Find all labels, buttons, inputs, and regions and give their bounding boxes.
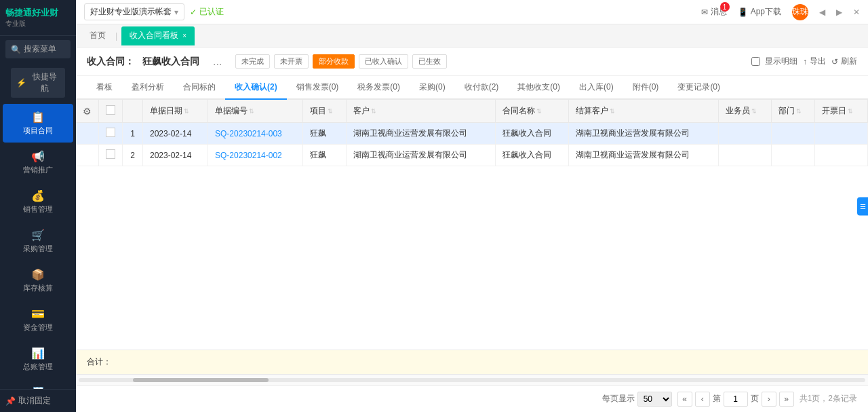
app-logo-text: 畅捷通好业财 — [5, 7, 58, 19]
company-selector[interactable]: 好业财专业版演示帐套 ▾ — [84, 3, 184, 20]
topbar-nav-next[interactable]: ▶ — [836, 7, 842, 17]
row-salesman — [718, 145, 771, 166]
select-all-column[interactable] — [99, 100, 123, 123]
row-checkbox[interactable] — [99, 123, 123, 145]
refresh-button[interactable]: ↺ 刷新 — [831, 56, 857, 67]
page-input[interactable] — [724, 392, 748, 407]
search-menu-button[interactable]: 🔍 搜索菜单 — [5, 40, 71, 58]
next-page-button[interactable]: › — [762, 392, 776, 407]
sidebar-item-label: 销售管理 — [23, 204, 53, 214]
row-customer: 湖南卫视商业运营发展有限公司 — [346, 123, 495, 145]
order-no-column-header[interactable]: 单据编号⇅ — [208, 100, 303, 123]
status-incomplete[interactable]: 未完成 — [235, 54, 270, 69]
sidebar-search-area: 🔍 搜索菜单 — [0, 36, 76, 62]
quick-nav-button[interactable]: ⚡ 快捷导航 — [11, 68, 65, 98]
active-tab-label: 收入合同看板 — [130, 30, 178, 41]
tab-warehouse[interactable]: 出入库(0) — [570, 76, 623, 100]
sidebar-item-sales[interactable]: 💰 销售管理 — [3, 183, 73, 221]
order-no-link[interactable]: SQ-20230214-003 — [215, 129, 282, 138]
customer-column-header[interactable]: 客户⇅ — [346, 100, 495, 123]
row-settings — [76, 123, 99, 145]
row-select-checkbox[interactable] — [106, 128, 115, 137]
tab-close-button[interactable]: × — [182, 32, 186, 39]
export-button[interactable]: ↑ 导出 — [803, 56, 826, 67]
home-tab[interactable]: 首页 — [84, 30, 111, 41]
row-order-no[interactable]: SQ-20230214-003 — [208, 123, 303, 145]
user-avatar[interactable]: 珠珠 — [792, 4, 808, 20]
last-page-button[interactable]: » — [779, 392, 794, 407]
topbar-close[interactable]: ✕ — [853, 7, 860, 17]
show-detail-label: 显示明细 — [765, 56, 797, 67]
marketing-icon: 📢 — [31, 150, 45, 163]
tab-purchase[interactable]: 采购(0) — [410, 76, 455, 100]
tab-revenue-confirm[interactable]: 收入确认(2) — [225, 76, 287, 100]
contract-more-button[interactable]: ... — [213, 56, 222, 68]
sidebar-unpin-button[interactable]: 📌 取消固定 — [0, 389, 76, 412]
prev-page-button[interactable]: ‹ — [695, 392, 710, 407]
total-info: 共1页，2条记录 — [800, 393, 857, 405]
sidebar-item-label: 总账管理 — [23, 362, 53, 372]
row-settlement-customer: 湖南卫视商业运营发展有限公司 — [569, 123, 718, 145]
status-effective[interactable]: 已生效 — [412, 54, 447, 69]
content-area: 收入合同： 狂飙收入合同 ... 未完成 未开票 部分收款 已收入确认 已生效 … — [76, 48, 868, 412]
message-button[interactable]: ✉ 1 消息 — [701, 6, 727, 18]
sidebar-item-funds[interactable]: 💳 资金管理 — [3, 301, 73, 339]
sidebar-item-ledger[interactable]: 📊 总账管理 — [3, 340, 73, 379]
chevron-right-icon: ☰ — [860, 202, 866, 210]
sidebar-item-purchase[interactable]: 🛒 采购管理 — [3, 222, 73, 261]
page-size-select[interactable]: 50 100 200 — [637, 392, 672, 407]
app-download-label: App下载 — [751, 6, 781, 18]
sort-project-icon: ⇅ — [328, 108, 333, 115]
tab-sales-invoice[interactable]: 销售发票(0) — [287, 76, 349, 100]
tab-payment[interactable]: 收付款(2) — [455, 76, 509, 100]
tab-other-income[interactable]: 其他收支(0) — [508, 76, 570, 100]
sidebar-item-marketing[interactable]: 📢 营销推广 — [3, 143, 73, 182]
app-download-button[interactable]: 📱 App下载 — [738, 6, 781, 18]
search-menu-label: 搜索菜单 — [24, 43, 56, 55]
phone-icon: 📱 — [738, 7, 748, 17]
sidebar-item-label: 营销推广 — [23, 165, 53, 175]
row-order-no[interactable]: SQ-20230214-002 — [208, 145, 303, 166]
contract-column-header[interactable]: 合同名称⇅ — [495, 100, 568, 123]
row-select-checkbox[interactable] — [106, 149, 115, 159]
project-column-header[interactable]: 项目⇅ — [302, 100, 346, 123]
page-size-selector[interactable]: 每页显示 50 100 200 — [602, 392, 672, 407]
first-page-button[interactable]: « — [677, 392, 692, 407]
sidebar-item-project-contract[interactable]: 📋 项目合同 — [3, 104, 73, 143]
tab-profit[interactable]: 盈利分析 — [122, 76, 174, 100]
table-row[interactable]: 1 2023-02-14 SQ-20230214-003 狂飙 湖南卫视商业运营… — [76, 123, 868, 145]
sidebar-item-inventory[interactable]: 📦 库存核算 — [3, 261, 73, 300]
show-detail-checkbox[interactable]: 显示明细 — [751, 56, 797, 67]
tab-contract-items[interactable]: 合同标的 — [174, 76, 225, 100]
sidebar: 畅捷通好业财 专业版 🔍 搜索菜单 ⚡ 快捷导航 📋 项目合同 📢 营销推广 💰… — [0, 0, 76, 412]
dept-column-header[interactable]: 部门⇅ — [771, 100, 814, 123]
scrollbar-track[interactable] — [79, 378, 865, 382]
invoice-date-column-header[interactable]: 开票日⇅ — [814, 100, 867, 123]
select-all-checkbox[interactable] — [106, 105, 115, 115]
salesman-column-header[interactable]: 业务员⇅ — [718, 100, 771, 123]
company-name: 好业财专业版演示帐套 — [90, 6, 172, 18]
table-row[interactable]: 2 2023-02-14 SQ-20230214-002 狂飙 湖南卫视商业运营… — [76, 145, 868, 166]
horizontal-scrollbar[interactable] — [76, 374, 868, 385]
right-panel-toggle[interactable]: ☰ — [857, 197, 868, 215]
row-checkbox[interactable] — [99, 145, 123, 166]
status-confirmed[interactable]: 已收入确认 — [359, 54, 408, 69]
scrollbar-thumb[interactable] — [133, 378, 269, 382]
tab-kanban[interactable]: 看板 — [87, 76, 122, 100]
tab-attachments[interactable]: 附件(0) — [623, 76, 669, 100]
sidebar-logo: 畅捷通好业财 专业版 — [0, 0, 76, 36]
sidebar-item-invoice[interactable]: 🧾 发票管理 — [3, 379, 73, 389]
order-no-link[interactable]: SQ-20230214-002 — [215, 151, 282, 160]
date-column-header[interactable]: 单据日期⇅ — [143, 100, 208, 123]
active-tab[interactable]: 收入合同看板 × — [121, 26, 195, 45]
status-partial-receipt[interactable]: 部分收款 — [313, 54, 355, 69]
status-uninvoiced[interactable]: 未开票 — [274, 54, 309, 69]
settlement-customer-column-header[interactable]: 结算客户⇅ — [569, 100, 718, 123]
tab-tax-invoice[interactable]: 税务发票(0) — [348, 76, 410, 100]
show-detail-input[interactable] — [751, 57, 760, 66]
settings-column-header[interactable]: ⚙ — [76, 100, 99, 123]
tab-change-log[interactable]: 变更记录(0) — [668, 76, 730, 100]
column-settings-icon[interactable]: ⚙ — [83, 106, 92, 117]
topbar-nav-prev[interactable]: ◀ — [819, 7, 825, 17]
row-date: 2023-02-14 — [143, 145, 208, 166]
